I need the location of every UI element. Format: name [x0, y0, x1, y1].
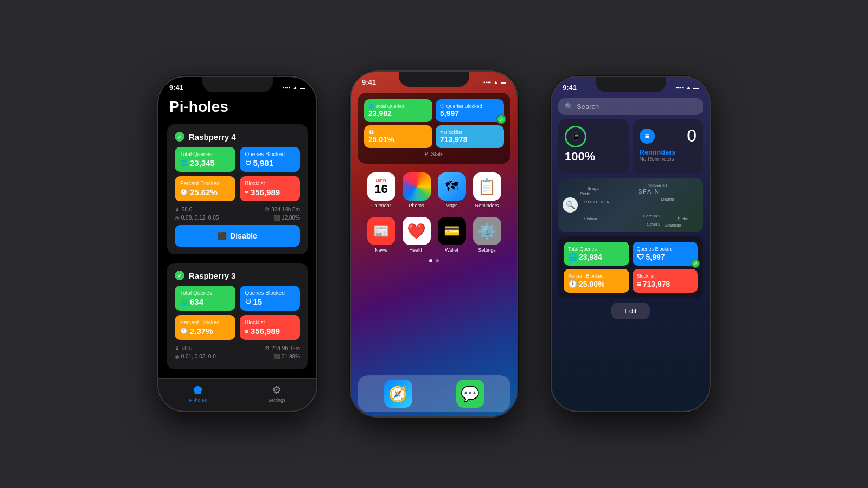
status-icons-2: ▪▪▪▪ ▲ ▬	[483, 79, 506, 85]
total-queries-tile-1: Total Queries 🌐 23,345	[175, 147, 235, 172]
shield-icon-2: ✓	[175, 271, 184, 280]
map-label-elche: Elche	[678, 216, 688, 221]
percent-blocked-tile-1: Percent Blocked 🕐 25.62%	[175, 176, 235, 201]
load-1: ◎ 0.08, 0.12, 0.05	[175, 215, 219, 221]
pihole-2-meta-row2: ◎ 0.01, 0.03, 0.0 ⬛ 31.99%	[175, 354, 300, 359]
total-queries-tile-2: Total Queries 🌐 634	[175, 286, 235, 311]
shield-icon-stat-2: 🛡	[245, 299, 251, 305]
widget-total-queries: 🌐 Total Queries 23,982	[364, 99, 432, 122]
signal-icon-2: ▪▪▪▪	[483, 79, 491, 85]
pihole-1-header: ✓ Rasbperry 4	[175, 132, 300, 142]
app-title: Pi-holes	[158, 94, 316, 124]
status-icons-1: ▪▪▪▪ ▲ ▬	[283, 85, 305, 91]
app-wallet[interactable]: 💳 Wallet	[437, 217, 467, 253]
app-reminders[interactable]: 📋 Reminders	[472, 172, 502, 208]
status-bar-3: 9:41 ▪▪▪▪ ▲ ▬	[552, 77, 710, 94]
widget-qb-label: 🛡 Queries Blocked	[440, 104, 500, 109]
queries-blocked-value-2: 15	[253, 297, 263, 306]
search-bar[interactable]: 🔍 Search	[558, 98, 703, 115]
app-calendar[interactable]: WED 16 Calendar	[366, 172, 396, 208]
pihole-2-header: ✓ Raspberry 3	[175, 271, 300, 280]
search-placeholder: Search	[577, 102, 599, 111]
blocklist-tile-1: Blocklist ≡ 356,989	[240, 176, 301, 201]
total-queries-label-2: Total Queries	[180, 290, 230, 296]
settings-icon: ⚙️	[473, 217, 501, 245]
pi-percent-blocked: Percent Blocked 🕐 25.00%	[564, 269, 629, 293]
widget-bl-value: 713,978	[440, 135, 500, 144]
wifi-icon-2: ▲	[493, 79, 499, 85]
total-queries-value-1: 23,345	[190, 158, 215, 168]
shield-icon-1: ✓	[175, 132, 184, 142]
check-overlay: ✓	[496, 114, 506, 124]
edit-button[interactable]: Edit	[611, 303, 649, 319]
wallet-icon: 💳	[438, 217, 466, 245]
reminders-subtitle: No Reminders	[640, 156, 697, 162]
calendar-icon: WED 16	[367, 172, 395, 201]
blocklist-tile-2: Blocklist ≡ 356,989	[240, 315, 301, 340]
shield-icon-stat-1: 🛡	[245, 160, 251, 166]
wifi-icon-3: ▲	[686, 85, 691, 91]
app-maps[interactable]: 🗺 Maps	[437, 172, 467, 208]
list-icon-3: ≡	[637, 280, 641, 288]
list-icon-2: ≡	[245, 328, 248, 335]
queries-blocked-label-2: Queries Blocked	[245, 290, 295, 296]
percent-blocked-tile-2: Percent Blocked 🕐 2.37%	[175, 315, 235, 340]
piholes-tab-icon: ⬟	[193, 383, 202, 396]
widgets-container: 📱 100% ≡ 0 Reminders No Reminders	[552, 119, 710, 319]
pihole-2-name: Raspberry 3	[189, 271, 236, 280]
pihole-content: Pi-holes ✓ Rasbperry 4 Total Queries 🌐 2…	[158, 94, 316, 411]
blocklist-label-1: Blocklist	[245, 181, 295, 187]
messages-dock[interactable]: 💬	[456, 380, 484, 408]
globe-icon-3: 🌐	[568, 253, 577, 261]
settings-label: Settings	[478, 247, 496, 253]
tab-bar-1: ⬟ Pi-holes ⚙ Settings	[158, 378, 316, 411]
widget-tq-value: 23,982	[368, 109, 428, 118]
pihole-card-1: ✓ Rasbperry 4 Total Queries 🌐 23,345	[167, 124, 308, 254]
pi-pb-value: 🕐 25.00%	[568, 280, 625, 288]
phone-3-screen: 9:41 ▪▪▪▪ ▲ ▬ 🔍 Search 📱 100%	[552, 77, 710, 411]
status-bar-2: 9:41 ▪▪▪▪ ▲ ▬	[351, 72, 517, 88]
map-label-sevilla: Sevilla	[647, 222, 660, 227]
map-label-granada: Granada	[665, 223, 681, 228]
disable-icon: ⬛	[218, 232, 227, 240]
app-photos[interactable]: Photos	[401, 172, 431, 208]
globe-icon-2: 🌐	[180, 298, 188, 305]
map-label-porto: Porto	[580, 191, 590, 196]
pi-bl-label: Blocklist	[637, 273, 694, 279]
map-search-button[interactable]: 🔍	[563, 197, 578, 213]
disable-button-1[interactable]: ⬛ Disable	[175, 225, 300, 247]
widget-blocklist: ≡ Blocklist 713,978	[436, 125, 504, 148]
temp-2: 🌡 50.5	[175, 345, 192, 351]
pihole-card-2: ✓ Raspberry 3 Total Queries 🌐 634 Q	[167, 263, 308, 369]
app-news[interactable]: 📰 News	[366, 217, 396, 253]
safari-dock[interactable]: 🧭	[384, 380, 412, 408]
phone-2-screen: 9:41 ▪▪▪▪ ▲ ▬ 🌐 Total Queries 23,9	[351, 72, 517, 416]
widget-bl-label: ≡ Blocklist	[440, 130, 500, 135]
time-2: 9:41	[362, 78, 376, 86]
uptime-2: ⏱ 21d 9h 32m	[264, 345, 300, 351]
reminders-title: Reminders	[640, 148, 697, 156]
pi-qb-value: 🛡 5,997	[637, 253, 694, 261]
pi-total-queries: Total Queries 🌐 23,984	[564, 242, 629, 266]
dock: 🧭 💬	[358, 375, 510, 412]
map-widget: 🔍 Braga Valladolid Porto SPAIN PORTUGAL …	[558, 178, 703, 232]
page-dots	[358, 259, 510, 262]
dot-2	[436, 259, 439, 262]
settings-tab-icon: ⚙	[272, 383, 282, 396]
uptime-1: ⏱ 32d 14h 5m	[264, 207, 300, 213]
pi-check-3: ✓	[691, 259, 700, 268]
queries-blocked-tile-1: Queries Blocked 🛡 5,981	[240, 147, 301, 172]
tab-settings[interactable]: ⚙ Settings	[268, 383, 286, 403]
phone-1-screen: 9:41 ▪▪▪▪ ▲ ▬ Pi-holes ✓ Rasbperry 4	[158, 77, 316, 411]
blocklist-label-2: Blocklist	[245, 319, 295, 325]
percent-blocked-label-2: Percent Blocked	[180, 319, 230, 325]
health-icon: ❤️	[403, 217, 431, 245]
widget-qb-value: 5,997	[440, 109, 500, 118]
app-settings[interactable]: ⚙️ Settings	[472, 217, 502, 253]
signal-icon: ▪▪▪▪	[283, 85, 290, 91]
app-health[interactable]: ❤️ Health	[401, 217, 431, 253]
pi-tq-value: 🌐 23,984	[568, 253, 625, 261]
map-label-lisbon: Lisbon	[584, 216, 597, 221]
tab-piholes[interactable]: ⬟ Pi-holes	[189, 383, 207, 403]
globe-icon-1: 🌐	[180, 159, 188, 166]
